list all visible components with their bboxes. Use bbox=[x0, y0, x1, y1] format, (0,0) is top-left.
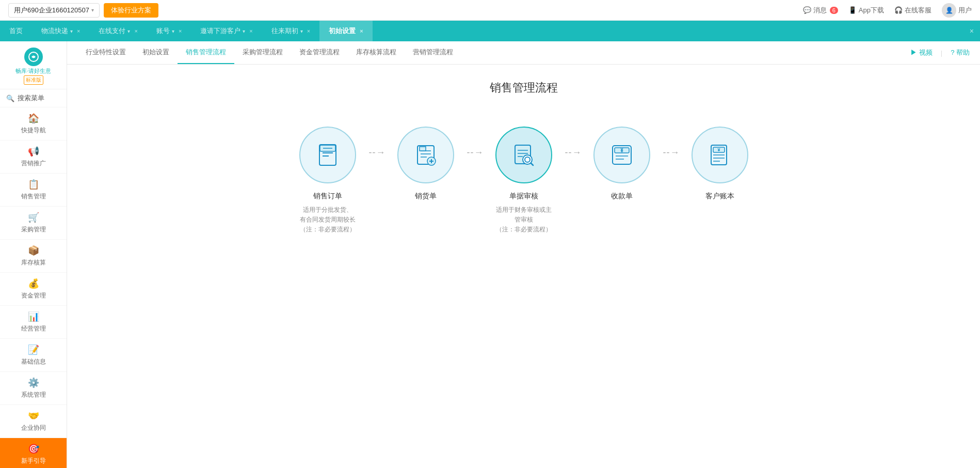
flow-circle-sales-order[interactable] bbox=[299, 127, 356, 183]
sub-tab-sales-flow[interactable]: 销售管理流程 bbox=[178, 41, 234, 64]
sub-tab-finance-flow[interactable]: 资金管理流程 bbox=[291, 41, 348, 64]
nav-tab-logistics-label: 物流快递 bbox=[41, 26, 68, 36]
marketing-icon: 📢 bbox=[28, 146, 39, 157]
flow-step-ledger: ¥ 客户账本 bbox=[679, 127, 761, 205]
sidebar-item-operation[interactable]: 📊 经营管理 bbox=[0, 306, 67, 339]
sidebar-item-operation-label: 经营管理 bbox=[21, 324, 46, 333]
flow-circle-receipt[interactable]: ￥ ¥ bbox=[593, 127, 650, 183]
close-all-tabs[interactable]: × bbox=[963, 21, 980, 41]
nav-tab-period-arrow: ▾ bbox=[300, 28, 303, 34]
guide-icon: 🎯 bbox=[28, 443, 39, 455]
system-icon: ⚙️ bbox=[28, 377, 39, 388]
nav-tab-init-close[interactable]: × bbox=[360, 28, 363, 34]
nav-tab-init[interactable]: 初始设置 × bbox=[319, 21, 372, 41]
video-link[interactable]: ▶ 视频 bbox=[910, 48, 933, 57]
online-service-item[interactable]: 🎧 在线客服 bbox=[894, 6, 931, 15]
sub-tab-init[interactable]: 初始设置 bbox=[134, 41, 178, 64]
phone-icon: 📱 bbox=[848, 6, 857, 14]
sub-tab-marketing-flow[interactable]: 营销管理流程 bbox=[405, 41, 461, 64]
home-icon: 🏠 bbox=[28, 113, 39, 124]
nav-tab-home[interactable]: 首页 bbox=[0, 21, 32, 41]
flow-desc-audit: 适用于财务审核或主管审核（注：非必要流程） bbox=[496, 205, 552, 235]
sidebar-item-guide-label: 新手引导 bbox=[21, 457, 46, 465]
top-bar: 用户690企业1660120507 ▾ 体验行业方案 💬 消息 6 📱 App下… bbox=[0, 0, 980, 21]
nav-tab-home-label: 首页 bbox=[9, 26, 23, 36]
message-badge: 6 bbox=[830, 7, 838, 14]
nav-tab-invite-close[interactable]: × bbox=[249, 28, 252, 34]
sidebar-item-basic[interactable]: 📝 基础信息 bbox=[0, 339, 67, 372]
sidebar-item-system[interactable]: ⚙️ 系统管理 bbox=[0, 372, 67, 405]
nav-tab-account-close[interactable]: × bbox=[179, 28, 182, 34]
inventory-icon: 📦 bbox=[28, 245, 39, 256]
nav-tab-period-close[interactable]: × bbox=[307, 28, 310, 34]
sidebar-item-quick-label: 快捷导航 bbox=[21, 126, 46, 135]
sidebar-item-sales[interactable]: 📋 销售管理 bbox=[0, 174, 67, 207]
finance-icon: 💰 bbox=[28, 278, 39, 289]
flow-label-receipt: 收款单 bbox=[611, 192, 633, 201]
nav-tabs: 首页 物流快递 ▾ × 在线支付 ▾ × 账号 ▾ × 邀请下游客户 ▾ × 往… bbox=[0, 21, 980, 41]
user-label: 用户690企业1660120507 bbox=[14, 6, 89, 15]
flow-desc-sales-order: 适用于分批发货、有合同发货周期较长（注：非必要流程） bbox=[300, 205, 356, 235]
nav-tab-period[interactable]: 往来期初 ▾ × bbox=[262, 21, 319, 41]
user-selector[interactable]: 用户690企业1660120507 ▾ bbox=[8, 3, 100, 18]
flow-circle-sale-bill[interactable] bbox=[397, 127, 454, 183]
svg-text:¥: ¥ bbox=[717, 147, 720, 152]
sub-tabs: 行业特性设置 初始设置 销售管理流程 采购管理流程 资金管理流程 库存核算流程 … bbox=[67, 41, 980, 65]
flow-step-audit: 单据审核 适用于财务审核或主管审核（注：非必要流程） bbox=[483, 127, 565, 235]
sidebar-item-enterprise[interactable]: 🤝 企业协同 bbox=[0, 405, 67, 438]
sub-tab-inventory-flow[interactable]: 库存核算流程 bbox=[348, 41, 405, 64]
play-icon: ▶ bbox=[910, 49, 917, 56]
sidebar-item-sales-label: 销售管理 bbox=[21, 192, 46, 201]
flow-label-audit: 单据审核 bbox=[509, 192, 538, 201]
flow-arrow-4: - - → bbox=[663, 127, 679, 158]
app-download-item[interactable]: 📱 App下载 bbox=[848, 6, 884, 15]
sidebar-item-system-label: 系统管理 bbox=[21, 391, 46, 399]
sidebar-item-guide[interactable]: 🎯 新手引导 bbox=[0, 438, 67, 468]
avatar: 👤 bbox=[942, 3, 956, 18]
flow-step-receipt: ￥ ¥ 收款单 bbox=[581, 127, 663, 205]
purchase-icon: 🛒 bbox=[28, 212, 39, 223]
nav-tab-logistics-close[interactable]: × bbox=[77, 28, 80, 34]
process-content: 销售管理流程 销售订单 适用于 bbox=[67, 65, 980, 468]
top-bar-left: 用户690企业1660120507 ▾ 体验行业方案 bbox=[8, 3, 158, 18]
flow-label-sale-bill: 销货单 bbox=[415, 192, 437, 201]
sub-tab-industry[interactable]: 行业特性设置 bbox=[77, 41, 134, 64]
search-menu[interactable]: 🔍 搜索菜单 bbox=[0, 89, 67, 107]
message-label: 消息 bbox=[813, 6, 827, 15]
nav-tab-account[interactable]: 账号 ▾ × bbox=[147, 21, 191, 41]
sub-tabs-right: ▶ 视频 | ? 帮助 bbox=[910, 48, 970, 57]
nav-tab-invite[interactable]: 邀请下游客户 ▾ × bbox=[191, 21, 262, 41]
help-link[interactable]: ? 帮助 bbox=[951, 48, 970, 57]
sales-icon: 📋 bbox=[28, 179, 39, 190]
nav-tab-init-label: 初始设置 bbox=[329, 26, 356, 36]
sidebar-item-finance-label: 资金管理 bbox=[21, 291, 46, 300]
sidebar: 畅库·请好生意 标准版 🔍 搜索菜单 🏠 快捷导航 📢 营销推广 📋 销售管理 … bbox=[0, 41, 67, 468]
sidebar-item-marketing[interactable]: 📢 营销推广 bbox=[0, 141, 67, 174]
nav-tab-invite-label: 邀请下游客户 bbox=[200, 26, 240, 36]
operation-icon: 📊 bbox=[28, 311, 39, 322]
message-icon: 💬 bbox=[803, 6, 811, 14]
sidebar-item-finance[interactable]: 💰 资金管理 bbox=[0, 273, 67, 306]
nav-tab-payment[interactable]: 在线支付 ▾ × bbox=[89, 21, 147, 41]
nav-tab-payment-close[interactable]: × bbox=[134, 28, 137, 34]
sidebar-item-enterprise-label: 企业协同 bbox=[21, 424, 46, 432]
basic-icon: 📝 bbox=[28, 344, 39, 355]
flow-arrow-3: - - → bbox=[565, 127, 581, 158]
sidebar-item-marketing-label: 营销推广 bbox=[21, 159, 46, 168]
message-icon-item[interactable]: 💬 消息 6 bbox=[803, 6, 838, 15]
sidebar-item-purchase[interactable]: 🛒 采购管理 bbox=[0, 207, 67, 240]
sub-tab-purchase-flow[interactable]: 采购管理流程 bbox=[234, 41, 291, 64]
flow-step-sales-order: 销售订单 适用于分批发货、有合同发货周期较长（注：非必要流程） bbox=[286, 127, 369, 235]
nav-tab-logistics[interactable]: 物流快递 ▾ × bbox=[32, 21, 89, 41]
sidebar-item-quick[interactable]: 🏠 快捷导航 bbox=[0, 107, 67, 141]
trial-button[interactable]: 体验行业方案 bbox=[104, 3, 158, 18]
user-avatar-item[interactable]: 👤 用户 bbox=[942, 3, 972, 18]
nav-tab-payment-label: 在线支付 bbox=[99, 26, 125, 36]
sidebar-item-inventory[interactable]: 📦 库存核算 bbox=[0, 240, 67, 273]
online-service-label: 在线客服 bbox=[905, 6, 931, 15]
chevron-down-icon: ▾ bbox=[91, 7, 94, 13]
process-title: 销售管理流程 bbox=[88, 80, 959, 96]
flow-circle-ledger[interactable]: ¥ bbox=[692, 127, 748, 183]
flow-circle-audit[interactable] bbox=[495, 127, 552, 183]
nav-tab-logistics-arrow: ▾ bbox=[70, 28, 73, 34]
